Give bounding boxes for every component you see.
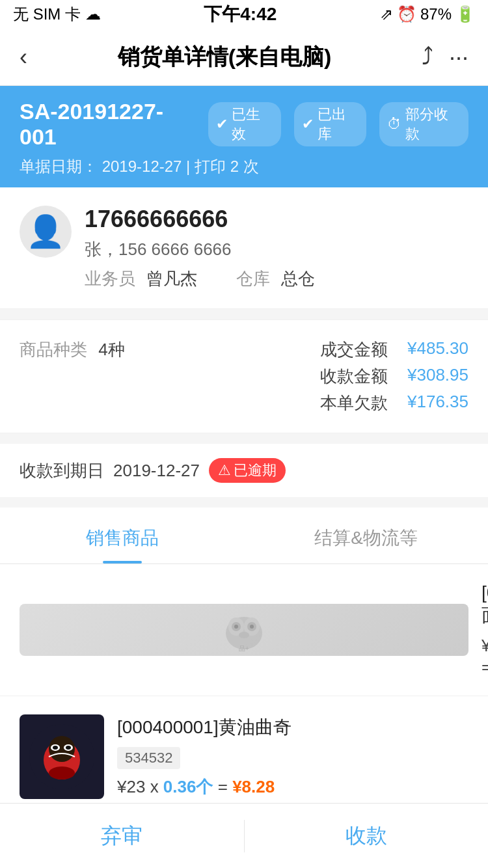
product-thumbnail-2	[20, 714, 104, 799]
overdue-badge: ⚠ 已逾期	[209, 458, 286, 483]
check-icon-2: ✔	[302, 116, 314, 133]
order-header-banner: SA-20191227-001 ✔ 已生效 ✔ 已出库 ⏱ 部分收款 单据日期：…	[0, 86, 488, 187]
tab-settlement-logistics[interactable]: 结算&物流等	[244, 508, 488, 563]
overdue-label: 已逾期	[234, 461, 277, 480]
stats-row: 商品种类 4种 成交金额 ¥485.30 收款金额 ¥308.95 本单欠款 ¥…	[20, 338, 468, 414]
customer-name-phone: 张，156 6666 6666	[85, 238, 468, 261]
owl-icon: 品+	[218, 604, 270, 656]
warehouse-label: 仓库	[236, 269, 270, 288]
sales-meta: 业务员 曾凡杰	[85, 267, 197, 290]
due-date-label: 收款到期日	[20, 459, 104, 482]
back-button[interactable]: ‹	[20, 44, 27, 71]
share-button[interactable]: ⤴	[422, 44, 433, 71]
order-date: 2019-12-27	[102, 157, 182, 175]
badge-effective: ✔ 已生效	[208, 102, 281, 146]
page-title: 销货单详情(来自电脑)	[118, 42, 332, 72]
product-price-2: ¥23 x 0.36个 = ¥8.28	[117, 776, 468, 798]
receipt-amount: 收款金额 ¥308.95	[320, 365, 468, 388]
product-image-svg	[29, 724, 94, 789]
collect-button[interactable]: 收款	[245, 804, 489, 868]
product-tabs: 销售商品 结算&物流等	[0, 508, 488, 564]
product-info-1: [0000002]面包 ¥40 x 5袋 = ¥199.99	[481, 582, 488, 677]
nav-actions: ⤴ ···	[422, 44, 468, 71]
more-button[interactable]: ···	[449, 44, 468, 71]
alarm-icon: ⏰	[397, 5, 416, 23]
check-icon: ✔	[216, 116, 228, 133]
type-count: 4种	[98, 340, 124, 359]
status-right: ⇗ ⏰ 87% 🔋	[380, 5, 475, 23]
deal-label: 成交金额	[320, 338, 388, 361]
product-info-2: [000400001]黄油曲奇 534532 ¥23 x 0.36个 = ¥8.…	[117, 715, 468, 798]
product-sku-2: 534532	[117, 747, 180, 769]
tab-sales-products[interactable]: 销售商品	[0, 508, 244, 563]
financial-stats: 成交金额 ¥485.30 收款金额 ¥308.95 本单欠款 ¥176.35	[320, 338, 468, 414]
sales-label: 业务员	[85, 269, 135, 288]
location-icon: ⇗	[380, 5, 393, 23]
separator: |	[186, 157, 195, 175]
deal-amount: 成交金额 ¥485.30	[320, 338, 468, 361]
warehouse-value: 总仓	[281, 269, 315, 288]
deal-value: ¥485.30	[407, 338, 468, 361]
type-label: 商品种类	[20, 340, 87, 359]
product-price-1: ¥40 x 5袋 = ¥199.99	[481, 634, 488, 677]
customer-meta: 业务员 曾凡杰 仓库 总仓	[85, 267, 468, 290]
nav-bar: ‹ 销货单详情(来自电脑) ⤴ ···	[0, 29, 488, 86]
banner-date-row: 单据日期： 2019-12-27 | 打印 2 次	[20, 156, 468, 177]
product-thumbnail-1: 品+	[20, 604, 468, 656]
svg-text:品+: 品+	[239, 645, 249, 652]
price-base-1: ¥40	[481, 636, 488, 655]
customer-section: 👤 17666666666 张，156 6666 6666 业务员 曾凡杰 仓库…	[0, 187, 488, 309]
sim-label: 无 SIM 卡 ☁	[13, 4, 101, 25]
bottom-action-bar: 弃审 收款	[0, 803, 488, 868]
product-name-2: [000400001]黄油曲奇	[117, 715, 468, 740]
date-label: 单据日期：	[20, 157, 98, 175]
due-date-section: 收款到期日 2019-12-27 ⚠ 已逾期	[0, 444, 488, 497]
svg-point-16	[49, 766, 75, 780]
avatar-icon: 👤	[26, 213, 65, 250]
product-name-1: [0000002]面包	[481, 582, 488, 628]
due-date-value: 2019-12-27	[113, 461, 200, 481]
svg-point-14	[53, 746, 58, 750]
order-id: SA-20191227-001	[20, 99, 195, 150]
svg-point-6	[250, 625, 254, 629]
banner-row-badges: SA-20191227-001 ✔ 已生效 ✔ 已出库 ⏱ 部分收款	[20, 99, 468, 150]
badge-partial: ⏱ 部分收款	[379, 102, 468, 146]
customer-id: 17666666666	[85, 206, 468, 233]
equals-sign-2: =	[218, 777, 232, 796]
status-bar: 无 SIM 卡 ☁ 下午4:42 ⇗ ⏰ 87% 🔋	[0, 0, 488, 29]
product-list: 品+ [0000002]面包 ¥40 x 5袋 = ¥199.99	[0, 564, 488, 818]
equals-sign-1: =	[481, 657, 488, 677]
print-info: 打印 2 次	[195, 157, 259, 175]
multiply-sign-2: x	[150, 777, 163, 796]
warehouse-meta: 仓库 总仓	[236, 267, 315, 290]
clock-icon: ⏱	[387, 116, 401, 133]
battery-label: 87%	[420, 5, 452, 23]
receipt-value: ¥308.95	[407, 365, 468, 388]
warning-icon: ⚠	[218, 462, 231, 479]
debt-value: ¥176.35	[407, 392, 468, 414]
customer-info: 17666666666 张，156 6666 6666 业务员 曾凡杰 仓库 总…	[85, 206, 468, 290]
list-item: [000400001]黄油曲奇 534532 ¥23 x 0.36个 = ¥8.…	[0, 696, 488, 818]
list-item: 品+ [0000002]面包 ¥40 x 5袋 = ¥199.99	[0, 564, 488, 696]
total-2: ¥8.28	[232, 777, 275, 796]
avatar: 👤	[20, 206, 72, 258]
badge-shipped: ✔ 已出库	[294, 102, 367, 146]
svg-point-15	[66, 746, 71, 750]
sales-person: 曾凡杰	[146, 269, 197, 288]
status-time: 下午4:42	[204, 2, 277, 27]
qty-2: 0.36个	[163, 777, 213, 796]
stats-section: 商品种类 4种 成交金额 ¥485.30 收款金额 ¥308.95 本单欠款 ¥…	[0, 319, 488, 433]
debt-label: 本单欠款	[320, 392, 388, 414]
svg-point-7	[239, 632, 249, 638]
debt-amount: 本单欠款 ¥176.35	[320, 392, 468, 414]
svg-point-5	[234, 625, 238, 629]
receipt-label: 收款金额	[320, 365, 388, 388]
product-type-count: 商品种类 4种	[20, 338, 125, 361]
reject-button[interactable]: 弃审	[0, 804, 244, 868]
battery-icon: 🔋	[455, 5, 475, 23]
status-left: 无 SIM 卡 ☁	[13, 4, 101, 25]
price-base-2: ¥23	[117, 777, 145, 796]
